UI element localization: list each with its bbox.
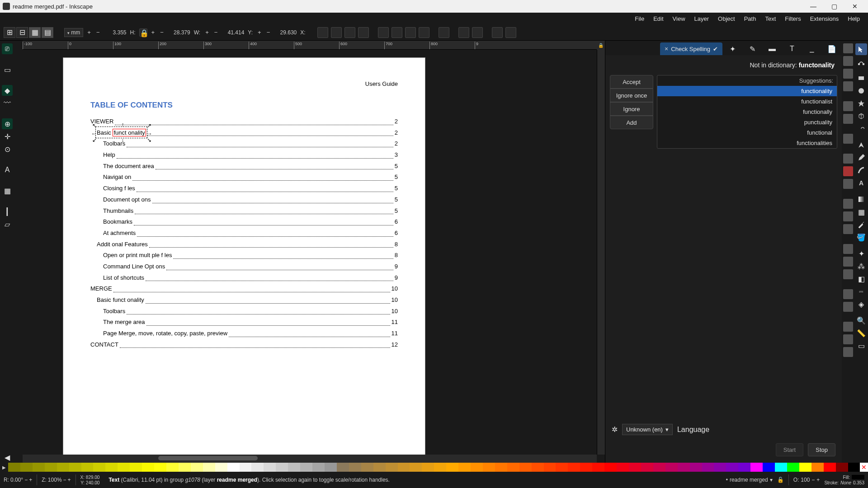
color-swatch[interactable] bbox=[179, 463, 191, 472]
suggestion-item[interactable]: punctuality bbox=[657, 117, 837, 127]
snap-ungroup-icon[interactable] bbox=[843, 302, 853, 312]
new-doc-icon[interactable] bbox=[505, 27, 516, 38]
menu-file[interactable]: File bbox=[630, 14, 649, 23]
snap-group-icon[interactable] bbox=[843, 289, 853, 299]
snap-export-icon[interactable] bbox=[843, 114, 853, 124]
zoom-tool-icon[interactable]: 🔍 bbox=[855, 314, 867, 326]
flip-h-icon[interactable] bbox=[392, 27, 402, 38]
tab-close-icon[interactable]: × bbox=[665, 45, 668, 52]
color-swatch[interactable] bbox=[568, 463, 580, 472]
menu-object[interactable]: Object bbox=[713, 14, 740, 23]
h-value[interactable]: 3.355 bbox=[104, 29, 127, 36]
x-dec[interactable]: − bbox=[265, 29, 272, 36]
ruler-lock-icon[interactable]: 🔒 bbox=[597, 41, 605, 50]
color-swatch[interactable] bbox=[81, 463, 94, 472]
h-scroll-thumb[interactable] bbox=[158, 456, 258, 460]
layer-select[interactable]: •readme merged▾ bbox=[726, 477, 773, 483]
pencil-tool-icon[interactable] bbox=[855, 152, 867, 164]
color-swatch[interactable] bbox=[750, 463, 763, 472]
color-swatch[interactable] bbox=[337, 463, 349, 472]
color-swatch[interactable] bbox=[617, 463, 629, 472]
snap-copy-icon[interactable] bbox=[843, 154, 853, 164]
color-swatch[interactable] bbox=[604, 463, 617, 472]
snap-rotcenter-icon[interactable]: ⊙ bbox=[2, 144, 13, 155]
snap-master-icon[interactable]: ⎚ bbox=[2, 43, 13, 54]
raise-top-icon[interactable] bbox=[358, 27, 369, 38]
rect-tool-icon[interactable] bbox=[855, 72, 867, 84]
maximize-button[interactable]: ▢ bbox=[824, 0, 844, 13]
color-swatch[interactable] bbox=[105, 463, 118, 472]
h-scrollbar[interactable] bbox=[23, 455, 597, 463]
dock-dialog-layers-icon[interactable]: ✦ bbox=[724, 42, 741, 55]
color-swatch[interactable] bbox=[580, 463, 592, 472]
tab-check-spelling[interactable]: × Check Spelling ✔ bbox=[660, 42, 722, 55]
snap-new-icon[interactable] bbox=[843, 43, 853, 53]
snap-nodes-icon[interactable]: ◆ bbox=[2, 85, 13, 96]
snap-paste-icon[interactable] bbox=[843, 179, 853, 189]
color-swatch[interactable] bbox=[361, 463, 373, 472]
color-swatch[interactable] bbox=[738, 463, 750, 472]
spray-tool-icon[interactable]: ⁂ bbox=[855, 260, 867, 272]
color-swatch[interactable] bbox=[215, 463, 227, 472]
color-swatch[interactable] bbox=[434, 463, 446, 472]
pages-tool-icon[interactable]: ▭ bbox=[855, 340, 867, 352]
color-swatch[interactable] bbox=[665, 463, 678, 472]
w-value[interactable]: 28.379 bbox=[168, 29, 190, 36]
color-swatch[interactable] bbox=[8, 463, 20, 472]
color-swatch[interactable] bbox=[811, 463, 824, 472]
color-swatch[interactable] bbox=[678, 463, 690, 472]
color-swatch[interactable] bbox=[45, 463, 57, 472]
y-inc[interactable]: + bbox=[204, 29, 210, 36]
color-swatch[interactable] bbox=[690, 463, 702, 472]
pen-tool-icon[interactable] bbox=[855, 139, 867, 151]
color-swatch[interactable] bbox=[373, 463, 386, 472]
dock-dialog-text-icon[interactable]: T bbox=[784, 42, 800, 55]
snap-print-icon[interactable] bbox=[843, 81, 853, 91]
color-swatch[interactable] bbox=[312, 463, 325, 472]
x-inc[interactable]: + bbox=[256, 29, 263, 36]
snap-undo-icon[interactable] bbox=[843, 134, 853, 144]
snap-save-icon[interactable] bbox=[843, 69, 853, 79]
rotate-ccw-icon[interactable] bbox=[419, 27, 429, 38]
color-swatch[interactable] bbox=[495, 463, 507, 472]
connector-tool-icon[interactable]: ⎓ bbox=[855, 286, 867, 297]
snap-import-icon[interactable] bbox=[843, 101, 853, 111]
color-swatch[interactable] bbox=[33, 463, 45, 472]
color-swatch[interactable] bbox=[118, 463, 130, 472]
snap-docprops-icon[interactable] bbox=[843, 347, 853, 357]
color-swatch[interactable] bbox=[203, 463, 215, 472]
suggestion-item[interactable]: functionalist bbox=[657, 96, 837, 107]
color-swatch[interactable] bbox=[69, 463, 81, 472]
lock-layer-icon[interactable]: 🔓 bbox=[777, 477, 784, 483]
color-swatch[interactable] bbox=[386, 463, 398, 472]
menu-edit[interactable]: Edit bbox=[649, 14, 668, 23]
lang-settings-icon[interactable]: ✲ bbox=[612, 425, 618, 434]
snap-dup-icon[interactable] bbox=[843, 244, 853, 254]
circle-tool-icon[interactable] bbox=[855, 85, 867, 97]
color-swatch[interactable] bbox=[763, 463, 775, 472]
menu-extensions[interactable]: Extensions bbox=[806, 14, 844, 23]
snap-path-icon[interactable]: 〰 bbox=[2, 98, 13, 108]
snap-zoom-sel-icon[interactable] bbox=[843, 199, 853, 209]
lower-icon[interactable] bbox=[331, 27, 342, 38]
menu-help[interactable]: Help bbox=[843, 14, 864, 23]
lower-bottom-icon[interactable] bbox=[317, 27, 328, 38]
lpe-tool-icon[interactable]: ◈ bbox=[855, 298, 867, 310]
close-button[interactable]: ✕ bbox=[844, 0, 865, 13]
snap-misc-icon[interactable]: ⊕ bbox=[2, 118, 13, 129]
menu-filters[interactable]: Filters bbox=[780, 14, 805, 23]
suggestion-item[interactable]: functionalities bbox=[657, 138, 837, 148]
menu-layer[interactable]: Layer bbox=[690, 14, 714, 23]
color-swatch[interactable] bbox=[300, 463, 312, 472]
opacity-control[interactable]: O:100−+ bbox=[793, 477, 820, 483]
color-swatch[interactable] bbox=[714, 463, 726, 472]
rotation-control[interactable]: R:0.00°−+ bbox=[4, 477, 32, 483]
eraser-tool-icon[interactable]: ◧ bbox=[855, 273, 867, 285]
unit-select[interactable]: ▾ mm bbox=[64, 28, 83, 37]
color-swatch[interactable] bbox=[349, 463, 361, 472]
snap-page-icon[interactable]: ▱ bbox=[2, 219, 13, 230]
text-tool-icon[interactable]: A bbox=[855, 177, 867, 189]
menu-text[interactable]: Text bbox=[760, 14, 780, 23]
color-swatch[interactable] bbox=[227, 463, 240, 472]
snap-prefs-icon[interactable] bbox=[843, 334, 853, 344]
